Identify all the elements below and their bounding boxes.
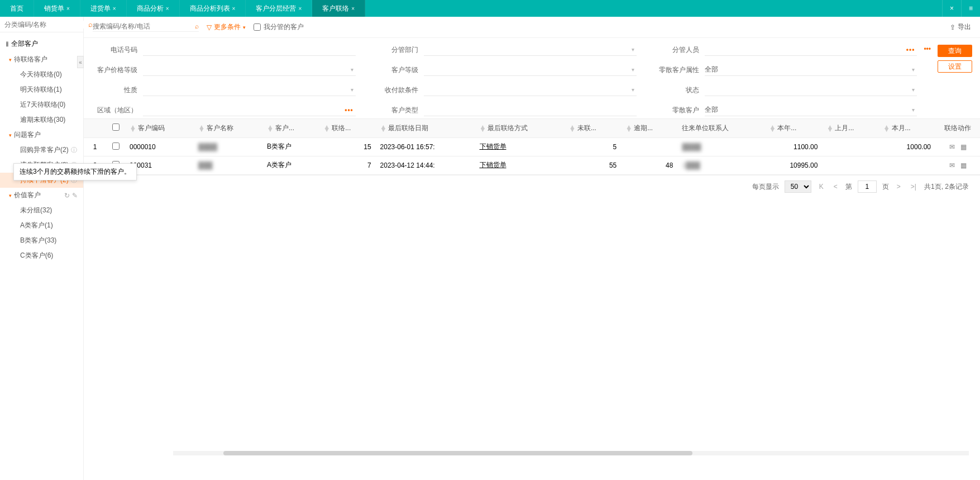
filter-input[interactable]: ••• — [143, 104, 356, 116]
table-header[interactable] — [106, 119, 125, 137]
sidebar-item[interactable]: 未分组(32) — [0, 203, 83, 218]
more-icon[interactable]: ••• — [906, 46, 915, 54]
table-header[interactable]: ▲▼最后联络方式 — [475, 119, 565, 137]
first-page-icon[interactable]: K — [817, 183, 826, 191]
table-header[interactable]: ▲▼本月... — [879, 119, 935, 137]
collapse-icon[interactable]: « — [77, 56, 84, 68]
edit-icon[interactable]: ✎ — [72, 192, 78, 199]
search-icon[interactable]: ⌕ — [88, 20, 93, 28]
close-icon[interactable]: × — [66, 6, 70, 12]
sidebar-item[interactable]: A类客户(1) — [0, 218, 83, 233]
filter-input[interactable]: 全部▾ — [705, 104, 917, 116]
sort-icon[interactable]: ▲▼ — [323, 126, 330, 131]
sidebar-item[interactable]: 回购异常客户(2)ⓘ — [0, 142, 83, 158]
table-header[interactable]: 联络动作 — [935, 119, 980, 137]
filter-input[interactable]: 全部▾ — [705, 64, 917, 76]
sidebar-search-input[interactable] — [4, 21, 88, 28]
table-header[interactable]: ▲▼客户名称 — [194, 119, 262, 137]
row-checkbox[interactable] — [112, 142, 119, 150]
table-row[interactable]: 10000010████B类客户152023-06-01 16:57:下销货单5… — [84, 137, 980, 156]
sidebar-item[interactable]: 明天待联络(1) — [0, 82, 83, 97]
sidebar-item[interactable]: 今天待联络(0) — [0, 67, 83, 82]
search-icon[interactable]: ⌕ — [195, 22, 199, 30]
tab-customer-tier[interactable]: 客户分层经营× — [246, 0, 312, 17]
link[interactable]: 下销货单 — [480, 161, 506, 169]
table-header[interactable]: ▲▼未联... — [565, 119, 621, 137]
select-all-checkbox[interactable] — [112, 123, 119, 131]
tab-purchase[interactable]: 进货单× — [80, 0, 127, 17]
sidebar-item[interactable]: B类客户(33) — [0, 233, 83, 248]
table-header[interactable]: ▲▼本年... — [764, 119, 822, 137]
sidebar-item[interactable]: 近7天待联络(0) — [0, 97, 83, 112]
close-icon[interactable]: × — [113, 6, 116, 12]
chat-icon[interactable]: ✉ — [949, 161, 955, 169]
refresh-icon[interactable]: ↻ — [64, 192, 70, 199]
table-header[interactable]: ▲▼客户... — [262, 119, 319, 137]
tab-home[interactable]: 首页 — [0, 0, 34, 17]
filter-input[interactable]: ▾ — [424, 44, 637, 56]
my-customers-checkbox[interactable]: 我分管的客户 — [254, 22, 304, 32]
help-icon[interactable]: ⓘ — [71, 146, 77, 154]
horizontal-scrollbar[interactable] — [173, 451, 969, 455]
filter-input[interactable]: ••• — [705, 44, 917, 56]
close-icon[interactable]: × — [351, 6, 355, 12]
sort-icon[interactable]: ▲▼ — [625, 126, 632, 131]
sort-icon[interactable]: ▲▼ — [569, 126, 576, 131]
tab-product-analysis-list[interactable]: 商品分析列表× — [180, 0, 246, 17]
sidebar-item[interactable]: C类客户(6) — [0, 248, 83, 263]
per-page-select[interactable]: 50 — [785, 180, 811, 193]
chat-icon[interactable]: ✉ — [949, 143, 955, 151]
table-header[interactable]: ▲▼客户编码 — [125, 119, 194, 137]
menu-icon[interactable]: ≡ — [961, 0, 980, 17]
sidebar-item[interactable]: 逾期未联络(30) — [0, 112, 83, 127]
filter-input[interactable]: ▾ — [424, 64, 637, 76]
filter-input[interactable]: ▾ — [424, 84, 637, 96]
qr-icon[interactable]: ▦ — [960, 161, 967, 169]
query-button[interactable]: 查询 — [938, 45, 972, 57]
page-input[interactable] — [858, 180, 877, 193]
table-header[interactable]: ▲▼逾期... — [621, 119, 677, 137]
settings-button[interactable]: 设置 — [938, 60, 972, 73]
tab-product-analysis[interactable]: 商品分析× — [127, 0, 180, 17]
table-header[interactable]: ▲▼上月... — [822, 119, 878, 137]
last-page-icon[interactable]: >| — [909, 183, 919, 191]
close-icon[interactable]: × — [232, 6, 236, 12]
qr-icon[interactable]: ▦ — [960, 143, 967, 151]
link[interactable]: 下销货单 — [480, 142, 506, 150]
filter-input[interactable] — [424, 104, 637, 116]
checkbox[interactable] — [254, 23, 261, 31]
tab-sales[interactable]: 销货单× — [34, 0, 80, 17]
sort-icon[interactable]: ▲▼ — [769, 126, 776, 131]
tree-root[interactable]: ⁞⁞全部客户 — [0, 36, 83, 52]
filter-input[interactable]: ▾ — [143, 84, 356, 96]
filter-input[interactable] — [143, 44, 356, 56]
group-pending[interactable]: ▾待联络客户 — [0, 52, 83, 67]
sort-icon[interactable]: ▲▼ — [198, 126, 205, 131]
more-icon[interactable]: ••• — [921, 44, 933, 54]
close-all-icon[interactable]: × — [942, 0, 961, 17]
table-header[interactable]: ▲▼联络... — [319, 119, 375, 137]
sort-icon[interactable]: ▲▼ — [480, 126, 486, 131]
more-conditions[interactable]: ▽更多条件▾ — [207, 22, 246, 32]
sort-icon[interactable]: ▲▼ — [130, 126, 136, 131]
scrollbar-thumb[interactable] — [223, 451, 692, 455]
table-row[interactable]: 2000031███A类客户72023-04-12 14:44:下销货单5548… — [84, 156, 980, 174]
group-value[interactable]: ▾价值客户↻✎ — [0, 188, 83, 203]
sort-icon[interactable]: ▲▼ — [883, 126, 890, 131]
close-icon[interactable]: × — [166, 6, 169, 12]
next-page-icon[interactable]: > — [895, 183, 903, 191]
table-header[interactable] — [84, 119, 106, 137]
table-header[interactable]: ▲▼最后联络日期 — [376, 119, 475, 137]
close-icon[interactable]: × — [298, 6, 302, 12]
prev-page-icon[interactable]: < — [831, 183, 840, 191]
sort-icon[interactable]: ▲▼ — [380, 126, 387, 131]
filter-input[interactable]: ▾ — [143, 64, 356, 76]
export-button[interactable]: ⇪导出 — [950, 22, 971, 32]
filter-input[interactable]: ▾ — [705, 84, 917, 96]
sort-icon[interactable]: ▲▼ — [267, 126, 274, 131]
table-header[interactable]: 往来单位联系人 — [677, 119, 764, 137]
sort-icon[interactable]: ▲▼ — [826, 126, 833, 131]
group-problem[interactable]: ▾问题客户 — [0, 127, 83, 142]
search-input[interactable] — [93, 22, 195, 30]
more-icon[interactable]: ••• — [345, 106, 353, 114]
